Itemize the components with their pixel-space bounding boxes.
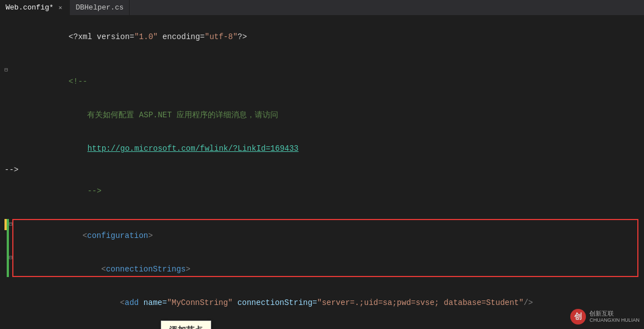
editor-area: <?xml version="1.0" encoding="utf-8"?> ⊟…	[0, 16, 644, 329]
fold-2	[4, 54, 12, 65]
line-1-content: <?xml version="1.0" encoding="utf-8"?>	[12, 20, 644, 54]
line-5: http://go.microsoft.com/fwlink/?LinkId=1…	[4, 132, 644, 165]
line-7	[4, 208, 644, 219]
line-8: ⊟ <configuration>	[4, 219, 644, 252]
fold-8[interactable]: ⊟	[9, 219, 17, 230]
line-2-content	[12, 54, 644, 65]
line-10-content: <add name="MyConnString" connectionStrin…	[17, 286, 644, 320]
line-10: <add name="MyConnString" connectionStrin…	[4, 286, 644, 320]
line-7-content	[12, 208, 644, 219]
fold-10	[9, 286, 17, 297]
line-6-content: -->	[12, 174, 644, 208]
line-9: ⊟ <connectionStrings>	[4, 252, 644, 286]
line-8-content: <configuration>	[17, 219, 644, 252]
fold-5	[4, 132, 12, 143]
ide-window: Web.config* ✕ DBHelper.cs <?xml version=…	[0, 0, 644, 329]
fold-11	[9, 320, 17, 329]
line-9-content: <connectionStrings>	[17, 252, 644, 286]
watermark-line2: CHUANGXIN HULIAN	[589, 317, 640, 324]
ms-link[interactable]: http://go.microsoft.com/fwlink/?LinkId=1…	[87, 144, 298, 153]
code-content[interactable]: <?xml version="1.0" encoding="utf-8"?> ⊟…	[0, 16, 644, 329]
watermark-icon: 创	[570, 309, 586, 325]
fold-4	[4, 98, 12, 109]
watermark-line1: 创新互联	[589, 309, 640, 317]
line-3: ⊟ <!--	[4, 65, 644, 98]
fold-7	[4, 208, 12, 219]
fold-3[interactable]: ⊟	[4, 65, 12, 76]
watermark-icon-text: 创	[574, 312, 582, 322]
line-2	[4, 54, 644, 65]
tab-dbhelper-label: DBHelper.cs	[75, 3, 123, 12]
indicator-green2	[7, 230, 9, 266]
line-5-content: http://go.microsoft.com/fwlink/?LinkId=1…	[12, 132, 644, 165]
tab-dbhelper[interactable]: DBHelper.cs	[70, 0, 130, 15]
line-11-content: </connectionStrings>	[17, 320, 644, 329]
fold-6	[4, 174, 12, 185]
line-4: 有关如何配置 ASP.NET 应用程序的详细消息，请访问	[4, 98, 644, 132]
line-6: -->	[4, 174, 644, 208]
line-4-content: 有关如何配置 ASP.NET 应用程序的详细消息，请访问	[12, 98, 644, 132]
tab-web-config[interactable]: Web.config* ✕	[0, 0, 70, 15]
watermark: 创 创新互联 CHUANGXIN HULIAN	[570, 309, 640, 325]
tooltip-text: 添加节点	[169, 325, 203, 329]
watermark-text: 创新互联 CHUANGXIN HULIAN	[589, 309, 640, 324]
line-3-content: <!--	[12, 65, 644, 98]
highlight-region: ⊟ <configuration> ⊟ <connectionStrings>	[4, 219, 644, 329]
tooltip-add-node: 添加节点	[161, 321, 211, 329]
tab-web-config-label: Web.config*	[6, 3, 54, 12]
tab-web-config-close[interactable]: ✕	[57, 3, 64, 12]
fold-1	[4, 20, 12, 31]
line-11: </connectionStrings> 添加节点	[4, 320, 644, 329]
tab-bar: Web.config* ✕ DBHelper.cs	[0, 0, 644, 16]
code-wrapper: <?xml version="1.0" encoding="utf-8"?> ⊟…	[4, 20, 644, 329]
line-1: <?xml version="1.0" encoding="utf-8"?>	[4, 20, 644, 54]
fold-9[interactable]: ⊟	[9, 252, 17, 264]
